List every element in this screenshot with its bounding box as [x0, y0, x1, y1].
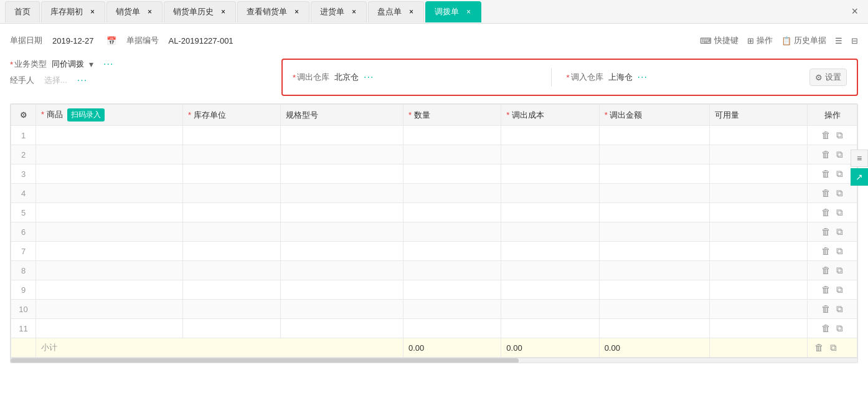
layout-grid-button[interactable]: ⊟: [851, 36, 858, 45]
tab-sales-history[interactable]: 销货单历史 ×: [164, 1, 236, 22]
row-qty[interactable]: [403, 242, 501, 261]
delete-row-button[interactable]: 🗑: [819, 207, 833, 217]
shortcut-key-button[interactable]: ⌨ 快捷键: [700, 35, 738, 46]
row-cost[interactable]: [501, 203, 599, 222]
tab-close-view-sales[interactable]: ×: [293, 8, 300, 16]
row-qty[interactable]: [403, 145, 501, 164]
row-amount[interactable]: [599, 319, 709, 338]
row-unit[interactable]: [183, 261, 281, 280]
row-item[interactable]: [36, 184, 183, 203]
copy-row-button[interactable]: ⧉: [834, 188, 845, 199]
tab-inventory-init[interactable]: 库存期初 ×: [41, 1, 105, 22]
delete-row-button[interactable]: 🗑: [819, 168, 833, 179]
row-qty[interactable]: [403, 184, 501, 203]
delete-row-button[interactable]: 🗑: [819, 188, 833, 198]
handler-more[interactable]: ···: [77, 75, 87, 86]
row-amount[interactable]: [599, 261, 709, 280]
row-item[interactable]: [36, 261, 183, 280]
row-amount[interactable]: [599, 242, 709, 261]
row-qty[interactable]: [403, 126, 501, 145]
row-spec[interactable]: [281, 145, 403, 164]
subtotal-delete-button[interactable]: 🗑: [813, 342, 826, 353]
operation-button[interactable]: ⊞ 操作: [747, 35, 773, 46]
copy-row-button[interactable]: ⧉: [834, 226, 845, 237]
row-qty[interactable]: [403, 261, 501, 280]
subtotal-copy-button[interactable]: ⧉: [828, 342, 839, 353]
row-amount[interactable]: [599, 280, 709, 300]
row-item[interactable]: [36, 145, 183, 164]
row-cost[interactable]: [501, 164, 599, 184]
row-item[interactable]: [36, 164, 183, 184]
tab-close-purchase[interactable]: ×: [351, 8, 357, 16]
delete-row-button[interactable]: 🗑: [819, 265, 833, 275]
warehouse-settings-button[interactable]: ⚙ 设置: [809, 69, 847, 86]
row-amount[interactable]: [599, 184, 709, 203]
row-unit[interactable]: [183, 126, 281, 145]
tab-inventory-check[interactable]: 盘点单 ×: [368, 1, 424, 22]
row-unit[interactable]: [183, 242, 281, 261]
row-cost[interactable]: [501, 126, 599, 145]
row-qty[interactable]: [403, 164, 501, 184]
row-unit[interactable]: [183, 319, 281, 338]
row-amount[interactable]: [599, 126, 709, 145]
tab-close-inventory-check[interactable]: ×: [408, 8, 415, 16]
row-spec[interactable]: [281, 280, 403, 300]
business-type-dropdown[interactable]: ▾: [89, 59, 93, 69]
row-item[interactable]: [36, 300, 183, 319]
row-cost[interactable]: [501, 261, 599, 280]
delete-row-button[interactable]: 🗑: [819, 323, 833, 333]
scan-entry-button[interactable]: 扫码录入: [67, 108, 105, 121]
handler-placeholder[interactable]: 选择...: [44, 75, 67, 86]
row-spec[interactable]: [281, 261, 403, 280]
tab-close-inventory-init[interactable]: ×: [89, 8, 96, 16]
row-cost[interactable]: [501, 242, 599, 261]
row-qty[interactable]: [403, 222, 501, 242]
row-qty[interactable]: [403, 203, 501, 222]
row-cost[interactable]: [501, 145, 599, 164]
row-spec[interactable]: [281, 222, 403, 242]
row-qty[interactable]: [403, 300, 501, 319]
transfer-out-more[interactable]: ···: [364, 72, 374, 83]
row-amount[interactable]: [599, 164, 709, 184]
copy-row-button[interactable]: ⧉: [834, 265, 845, 276]
copy-row-button[interactable]: ⧉: [834, 130, 845, 141]
row-unit[interactable]: [183, 184, 281, 203]
row-spec[interactable]: [281, 184, 403, 203]
row-spec[interactable]: [281, 164, 403, 184]
copy-row-button[interactable]: ⧉: [834, 323, 845, 334]
row-cost[interactable]: [501, 319, 599, 338]
calendar-icon[interactable]: 📅: [106, 36, 116, 45]
row-amount[interactable]: [599, 222, 709, 242]
row-amount[interactable]: [599, 203, 709, 222]
tab-home[interactable]: 首页: [5, 1, 40, 22]
row-qty[interactable]: [403, 319, 501, 338]
row-spec[interactable]: [281, 319, 403, 338]
tab-close-sales-order[interactable]: ×: [146, 8, 153, 16]
row-item[interactable]: [36, 319, 183, 338]
date-value[interactable]: 2019-12-27: [52, 36, 94, 45]
delete-row-button[interactable]: 🗑: [819, 245, 833, 256]
col-settings-header[interactable]: ⚙: [11, 105, 36, 126]
row-unit[interactable]: [183, 145, 281, 164]
row-unit[interactable]: [183, 203, 281, 222]
row-cost[interactable]: [501, 280, 599, 300]
tab-transfer[interactable]: 调拨单 ×: [425, 1, 481, 22]
delete-row-button[interactable]: 🗑: [819, 130, 833, 140]
business-type-more[interactable]: ···: [103, 59, 113, 70]
row-unit[interactable]: [183, 222, 281, 242]
copy-row-button[interactable]: ⧉: [834, 149, 845, 160]
delete-row-button[interactable]: 🗑: [819, 284, 833, 295]
row-item[interactable]: [36, 126, 183, 145]
row-spec[interactable]: [281, 126, 403, 145]
transfer-in-value[interactable]: 上海仓: [608, 72, 633, 83]
row-item[interactable]: [36, 280, 183, 300]
copy-row-button[interactable]: ⧉: [834, 303, 845, 315]
row-item[interactable]: [36, 242, 183, 261]
transfer-out-value[interactable]: 北京仓: [334, 72, 359, 83]
history-records-button[interactable]: 📋 历史单据: [781, 35, 826, 46]
copy-row-button[interactable]: ⧉: [834, 207, 845, 218]
row-unit[interactable]: [183, 300, 281, 319]
row-spec[interactable]: [281, 242, 403, 261]
window-close-button[interactable]: ×: [846, 5, 863, 18]
horizontal-scrollbar[interactable]: [11, 358, 857, 363]
